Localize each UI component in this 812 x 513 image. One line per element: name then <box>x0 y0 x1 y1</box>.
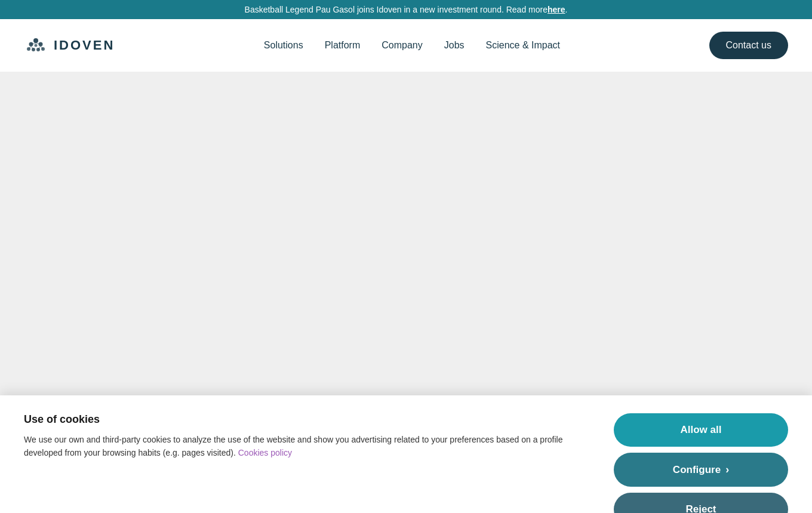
announcement-text: Basketball Legend Pau Gasol joins Idoven… <box>245 5 548 14</box>
configure-label: Configure <box>673 464 721 476</box>
logo[interactable]: IDOVEN <box>24 33 115 57</box>
cookie-description-text: We use our own and third-party cookies t… <box>24 435 563 457</box>
svg-point-0 <box>33 38 38 43</box>
chevron-right-icon: › <box>725 463 729 476</box>
cookie-title: Use of cookies <box>24 413 585 426</box>
cookie-text-section: Use of cookies We use our own and third-… <box>24 413 609 460</box>
cookies-policy-link[interactable]: Cookies policy <box>238 448 292 457</box>
allow-all-button[interactable]: Allow all <box>614 413 788 447</box>
cookie-banner: Use of cookies We use our own and third-… <box>0 395 812 513</box>
nav-solutions[interactable]: Solutions <box>264 40 303 50</box>
reject-button[interactable]: Reject <box>614 493 788 513</box>
nav-science-impact[interactable]: Science & Impact <box>486 40 561 50</box>
nav-platform[interactable]: Platform <box>325 40 361 50</box>
nav-jobs[interactable]: Jobs <box>444 40 465 50</box>
cookie-description: We use our own and third-party cookies t… <box>24 433 585 460</box>
nav-company[interactable]: Company <box>382 40 422 50</box>
logo-icon <box>24 33 48 57</box>
svg-point-7 <box>35 44 38 47</box>
main-nav: IDOVEN Solutions Platform Company Jobs S… <box>0 19 812 72</box>
main-content <box>0 72 812 395</box>
configure-button[interactable]: Configure › <box>614 453 788 487</box>
cookie-buttons: Allow all Configure › Reject <box>614 413 788 513</box>
contact-us-button[interactable]: Contact us <box>709 32 788 59</box>
announcement-bar: Basketball Legend Pau Gasol joins Idoven… <box>0 0 812 19</box>
nav-links: Solutions Platform Company Jobs Science … <box>264 40 560 51</box>
announcement-link[interactable]: here <box>548 5 565 14</box>
logo-text: IDOVEN <box>54 38 115 53</box>
